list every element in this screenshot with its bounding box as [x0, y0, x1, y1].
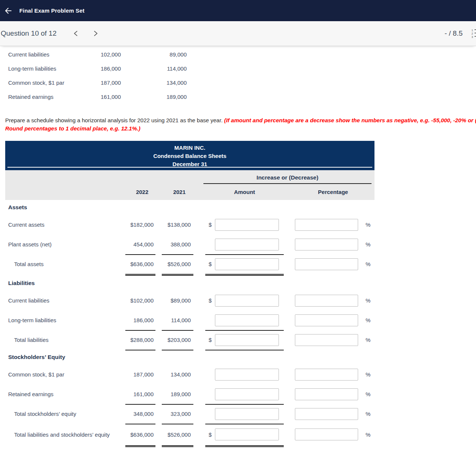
- row-label: Total liabilities and stockholders’ equi…: [5, 431, 125, 438]
- amount-cell: [205, 408, 284, 420]
- percentage-input[interactable]: [295, 295, 358, 307]
- amount-input[interactable]: [215, 295, 279, 307]
- amount-cell: $: [205, 219, 284, 231]
- given-value-2021: 114,000: [134, 65, 187, 72]
- double-rule-row: [5, 445, 374, 447]
- value-2021: 323,000: [162, 411, 193, 417]
- amount-input[interactable]: [215, 369, 279, 381]
- percentage-cell: [295, 334, 358, 346]
- amount-cell: $: [205, 428, 284, 440]
- row-label: Long-term liabilities: [5, 317, 125, 323]
- next-question-icon[interactable]: [92, 30, 99, 37]
- percentage-input[interactable]: [295, 408, 358, 420]
- given-table-row: Common stock, $1 par187,000134,000: [0, 75, 476, 90]
- amount-input[interactable]: [215, 388, 279, 400]
- value-2022: $182,000: [125, 221, 155, 228]
- table-row: Long-term liabilities186,000114,000%: [5, 310, 374, 330]
- amount-cell: $: [205, 295, 284, 307]
- value-2021: $526,000: [162, 261, 193, 267]
- rule-amount: [205, 254, 284, 255]
- rule-2021: [162, 404, 193, 405]
- percent-sign: %: [358, 371, 371, 378]
- value-2022: $636,000: [125, 431, 155, 438]
- given-data-table: Current liabilities102,00089,000Long-ter…: [0, 47, 476, 104]
- value-2021: $203,000: [162, 337, 193, 343]
- back-arrow-icon[interactable]: [3, 6, 13, 16]
- banner-divider: [7, 167, 372, 168]
- amount-input[interactable]: [215, 334, 279, 346]
- given-value-2021: 189,000: [134, 94, 187, 100]
- percent-sign: %: [358, 411, 371, 417]
- amount-input[interactable]: [215, 258, 279, 270]
- amount-cell: $: [205, 334, 284, 346]
- row-label: Common stock, $1 par: [5, 371, 125, 378]
- amount-input[interactable]: [215, 428, 279, 440]
- question-list-icon[interactable]: 1 2 3: [472, 29, 476, 38]
- instruction-red-text: (If amount and percentage are a decrease…: [224, 117, 476, 123]
- section-header-row: Liabilities: [5, 276, 374, 291]
- amount-input[interactable]: [215, 219, 279, 231]
- percentage-input[interactable]: [295, 334, 358, 346]
- amount-input[interactable]: [215, 314, 279, 326]
- value-2021: 189,000: [162, 391, 193, 397]
- row-label: Plant assets (net): [5, 241, 125, 248]
- rule-2022: [125, 330, 155, 331]
- col-header-percentage: Percentage: [295, 189, 371, 195]
- percentage-cell: [295, 219, 358, 231]
- table-row: Plant assets (net)454,000388,000%: [5, 235, 374, 254]
- percent-sign: %: [358, 391, 371, 397]
- value-2021: 134,000: [162, 371, 193, 378]
- rule-2022: [125, 445, 155, 447]
- percent-sign: %: [358, 241, 371, 248]
- given-row-label: Current liabilities: [8, 51, 49, 58]
- row-label: Total assets: [5, 261, 125, 267]
- percentage-cell: [295, 369, 358, 381]
- row-label: Retained earnings: [5, 391, 125, 397]
- percentage-input[interactable]: [295, 239, 358, 250]
- percentage-input[interactable]: [295, 314, 358, 326]
- table-row: Total liabilities$288,000$203,000$%: [5, 330, 374, 350]
- table-title-banner: MARIN INC. Condensed Balance Sheets Dece…: [5, 141, 374, 170]
- amount-input[interactable]: [215, 408, 279, 420]
- table-row: Total stockholders’ equity348,000323,000…: [5, 404, 374, 424]
- row-label: Total liabilities: [5, 337, 125, 343]
- instructions: Prepare a schedule showing a horizontal …: [5, 116, 476, 133]
- percentage-input[interactable]: [295, 219, 358, 231]
- instruction-normal-text: Prepare a schedule showing a horizontal …: [5, 117, 224, 123]
- given-value-2021: 134,000: [134, 80, 187, 86]
- rule-amount: [205, 274, 284, 276]
- prev-question-icon[interactable]: [72, 30, 79, 37]
- amount-cell: [205, 314, 284, 326]
- amount-cell: [205, 388, 284, 400]
- percent-sign: %: [358, 221, 371, 228]
- value-2021: $89,000: [162, 297, 193, 304]
- col-header-amount: Amount: [205, 189, 284, 195]
- question-nav: [72, 30, 99, 37]
- rule-2021: [162, 424, 193, 424]
- rule-amount: [205, 350, 284, 350]
- given-row-label: Long-term liabilities: [8, 65, 56, 72]
- percent-sign: %: [358, 337, 371, 343]
- given-value-2022: 161,000: [67, 94, 121, 100]
- dollar-sign: $: [205, 431, 215, 438]
- table-row: Total liabilities and stockholders’ equi…: [5, 424, 374, 445]
- percentage-cell: [295, 314, 358, 326]
- rule-2022: [125, 274, 155, 276]
- amount-input[interactable]: [215, 239, 279, 250]
- rule-2021: [162, 350, 193, 350]
- row-label: Current liabilities: [5, 297, 125, 304]
- percentage-input[interactable]: [295, 428, 358, 440]
- balance-sheet-table: MARIN INC. Condensed Balance Sheets Dece…: [5, 141, 374, 447]
- amount-cell: [205, 369, 284, 381]
- given-value-2021: 89,000: [134, 51, 187, 58]
- percentage-input[interactable]: [295, 388, 358, 400]
- percentage-input[interactable]: [295, 369, 358, 381]
- table-row: Total assets$636,000$526,000$%: [5, 254, 374, 274]
- given-table-row: Long-term liabilities186,000114,000: [0, 61, 476, 75]
- rule-2021: [162, 330, 193, 331]
- table-row: Retained earnings161,000189,000%: [5, 384, 374, 404]
- section-header-label: Assets: [5, 204, 371, 211]
- rule-amount: [205, 404, 284, 405]
- given-row-label: Retained earnings: [8, 94, 54, 100]
- percentage-input[interactable]: [295, 258, 358, 270]
